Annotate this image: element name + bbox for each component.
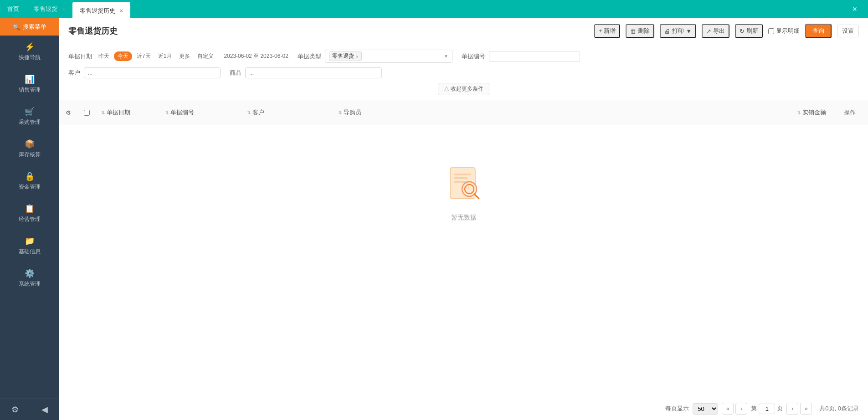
sidebar-collapse-btn[interactable]: ◀ bbox=[41, 405, 48, 415]
sidebar-item-finance[interactable]: 🔒 资金管理 bbox=[0, 165, 59, 197]
show-detail-checkbox-label[interactable]: 显示明细 bbox=[768, 27, 800, 35]
sidebar-item-purchase-mgmt-label: 采购管理 bbox=[19, 118, 41, 126]
th-spacer bbox=[415, 109, 777, 116]
date-btn-today[interactable]: 今天 bbox=[114, 51, 132, 61]
collapse-button[interactable]: △ 收起更多条件 bbox=[438, 83, 489, 95]
bill-number-label: 单据编号 bbox=[462, 52, 485, 61]
sidebar-item-operations-label: 经营管理 bbox=[19, 215, 41, 223]
header-actions: + 新增 🗑 删除 🖨 打印 ▼ ↗ 导出 ↻ 刷新 bbox=[594, 24, 859, 38]
sidebar-settings-btn[interactable]: ⚙ bbox=[11, 405, 19, 415]
bill-type-dropdown-arrow: ▼ bbox=[444, 54, 448, 59]
print-label: 打印 bbox=[672, 27, 684, 35]
tab-retail-return-close[interactable]: × bbox=[62, 6, 65, 12]
topbar-right: × bbox=[848, 3, 868, 16]
customer-input[interactable] bbox=[84, 67, 221, 78]
basic-info-icon: 📁 bbox=[25, 236, 35, 246]
page-next-btn[interactable]: › bbox=[786, 403, 798, 415]
refresh-button[interactable]: ↻ 刷新 bbox=[735, 24, 763, 38]
th-customer-label: 客户 bbox=[252, 108, 264, 117]
page-prev-btn[interactable]: ‹ bbox=[735, 403, 747, 415]
tab-home[interactable]: 首页 bbox=[0, 0, 26, 18]
add-button[interactable]: + 新增 bbox=[594, 24, 620, 38]
tab-retail-return-history-label: 零售退货历史 bbox=[80, 7, 115, 15]
bill-type-select[interactable]: 零售退货 × ▼ bbox=[325, 50, 452, 63]
sidebar-item-purchase-mgmt[interactable]: 🛒 采购管理 bbox=[0, 100, 59, 133]
window-close-btn[interactable]: × bbox=[848, 3, 861, 16]
page-header: 零售退货历史 + 新增 🗑 删除 🖨 打印 ▼ ↗ 导出 ↻ bbox=[59, 18, 868, 44]
sidebar-item-quick-nav[interactable]: ⚡ 快捷导航 bbox=[0, 36, 59, 68]
query-button[interactable]: 查询 bbox=[805, 24, 832, 38]
tab-retail-return[interactable]: 零售退货 × bbox=[26, 0, 72, 18]
sidebar-item-quick-nav-label: 快捷导航 bbox=[19, 54, 41, 61]
export-icon: ↗ bbox=[706, 28, 711, 35]
date-btn-more[interactable]: 更多 bbox=[176, 51, 193, 61]
pagination: 每页显示 50 10 20 100 « ‹ 第 1 页 › » 共0页, 0条记… bbox=[59, 397, 868, 420]
sort-icon-amount: ⇅ bbox=[797, 110, 801, 115]
sidebar-item-operations[interactable]: 📋 经营管理 bbox=[0, 197, 59, 230]
date-filter-label: 单据日期 bbox=[68, 52, 92, 61]
goods-input[interactable] bbox=[245, 67, 382, 78]
page-first-btn[interactable]: « bbox=[722, 403, 734, 415]
bill-type-tag-close[interactable]: × bbox=[356, 54, 359, 59]
th-bill-date: ⇅ 单据日期 bbox=[96, 105, 159, 120]
main-layout: 🔍 搜索菜单 ⚡ 快捷导航 📊 销售管理 🛒 采购管理 📦 库存核算 🔒 资金管… bbox=[0, 18, 868, 420]
th-guide: ⇅ 导购员 bbox=[333, 105, 415, 120]
date-btn-yesterday[interactable]: 昨天 bbox=[96, 51, 112, 61]
search-icon: 🔍 bbox=[13, 24, 20, 31]
export-label: 导出 bbox=[713, 27, 725, 35]
svg-rect-1 bbox=[454, 174, 471, 175]
select-all-checkbox[interactable] bbox=[84, 110, 90, 116]
th-bill-no: ⇅ 单据编号 bbox=[159, 105, 241, 120]
sidebar-item-system-mgmt[interactable]: ⚙️ 系统管理 bbox=[0, 262, 59, 294]
bill-type-label: 单据类型 bbox=[298, 52, 321, 61]
svg-rect-2 bbox=[454, 177, 467, 179]
filter-row-2: 客户 商品 bbox=[68, 67, 859, 78]
page-size-select[interactable]: 50 10 20 100 bbox=[693, 403, 718, 415]
sidebar-item-basic-info[interactable]: 📁 基础信息 bbox=[0, 230, 59, 262]
goods-label: 商品 bbox=[230, 69, 241, 77]
delete-label: 删除 bbox=[638, 27, 650, 35]
goods-filter-item: 商品 bbox=[230, 67, 382, 78]
show-detail-label: 显示明细 bbox=[776, 27, 800, 35]
page-last-btn[interactable]: » bbox=[800, 403, 812, 415]
page-nav: « ‹ bbox=[722, 403, 747, 415]
sidebar-item-sales-mgmt[interactable]: 📊 销售管理 bbox=[0, 68, 59, 100]
page-title: 零售退货历史 bbox=[68, 26, 118, 36]
print-button[interactable]: 🖨 打印 ▼ bbox=[660, 24, 696, 38]
sidebar-search[interactable]: 🔍 搜索菜单 bbox=[0, 18, 59, 36]
delete-button[interactable]: 🗑 删除 bbox=[626, 24, 654, 38]
date-btn-custom[interactable]: 自定义 bbox=[195, 51, 216, 61]
sidebar-item-system-mgmt-label: 系统管理 bbox=[19, 280, 41, 288]
sales-mgmt-icon: 📊 bbox=[25, 74, 35, 84]
customer-label: 客户 bbox=[68, 69, 80, 77]
date-btn-1month[interactable]: 近1月 bbox=[155, 51, 175, 61]
sidebar-item-finance-label: 资金管理 bbox=[19, 183, 41, 191]
refresh-icon: ↻ bbox=[740, 28, 745, 35]
bill-number-input[interactable] bbox=[489, 51, 580, 62]
export-button[interactable]: ↗ 导出 bbox=[702, 24, 729, 38]
tab-retail-return-history-close[interactable]: × bbox=[120, 8, 123, 14]
print-icon: 🖨 bbox=[664, 28, 670, 35]
tab-home-label: 首页 bbox=[7, 5, 19, 13]
sort-icon-date: ⇅ bbox=[101, 110, 105, 115]
page-nav-next: › » bbox=[786, 403, 812, 415]
date-filter-item: 单据日期 昨天 今天 近7天 近1月 更多 自定义 2023-06-02 至 2… bbox=[68, 51, 288, 61]
show-detail-checkbox[interactable] bbox=[768, 28, 774, 34]
settings-button[interactable]: 设置 bbox=[837, 25, 859, 37]
refresh-label: 刷新 bbox=[746, 27, 758, 35]
tab-retail-return-history[interactable]: 零售退货历史 × bbox=[72, 2, 130, 20]
page-number-input[interactable]: 1 bbox=[759, 404, 775, 414]
system-mgmt-icon: ⚙️ bbox=[25, 268, 35, 278]
total-info: 共0页, 0条记录 bbox=[819, 405, 859, 413]
page-unit-label: 页 bbox=[777, 405, 783, 413]
sort-icon-guide: ⇅ bbox=[338, 110, 342, 115]
bill-type-tag: 零售退货 × bbox=[329, 51, 362, 61]
th-operate-label: 操作 bbox=[844, 108, 856, 117]
date-btn-7days[interactable]: 近7天 bbox=[134, 51, 154, 61]
filter-area: 单据日期 昨天 今天 近7天 近1月 更多 自定义 2023-06-02 至 2… bbox=[59, 44, 868, 101]
sidebar-item-inventory[interactable]: 📦 库存核算 bbox=[0, 133, 59, 165]
th-bill-no-label: 单据编号 bbox=[170, 108, 194, 117]
tab-bar: 首页 零售退货 × 零售退货历史 × bbox=[0, 0, 848, 18]
th-settings[interactable]: ⚙ bbox=[59, 106, 77, 120]
th-checkbox[interactable] bbox=[77, 106, 96, 119]
